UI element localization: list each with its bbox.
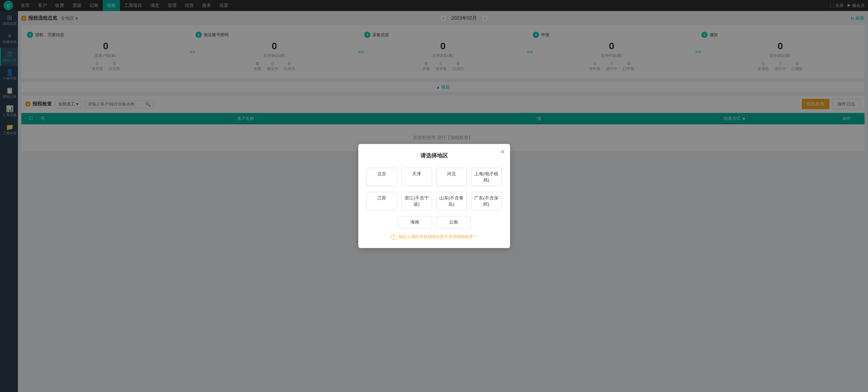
- region-btn-山东(不含青岛)[interactable]: 山东(不含青岛): [436, 192, 467, 210]
- region-btn-天津[interactable]: 天津: [401, 168, 432, 186]
- region-dialog: ✕ 请选择地区 北京天津河北上海(电子税局) 江苏浙江(不含宁波)山东(不含青岛…: [358, 144, 510, 248]
- region-btn-河北[interactable]: 河北: [436, 168, 467, 186]
- region-grid-row2: 江苏浙江(不含宁波)山东(不含青岛)广东(不含深圳): [367, 192, 502, 210]
- dialog-close-btn[interactable]: ✕: [500, 148, 505, 156]
- dialog-overlay[interactable]: ✕ 请选择地区 北京天津河北上海(电子税局) 江苏浙江(不含宁波)山东(不含青岛…: [0, 0, 868, 392]
- region-btn-浙江(不含宁波)[interactable]: 浙江(不含宁波): [401, 192, 432, 210]
- region-btn-广东(不含深圳)[interactable]: 广东(不含深圳): [471, 192, 502, 210]
- region-btn-北京[interactable]: 北京: [367, 168, 397, 186]
- region-btn-海南[interactable]: 海南: [398, 216, 432, 228]
- region-grid-row1: 北京天津河北上海(电子税局): [367, 168, 502, 186]
- region-btn-上海(电子税局)[interactable]: 上海(电子税局): [471, 168, 502, 186]
- dialog-warning: ! 除以上地区外其他地区暂不支持报税检查！: [367, 234, 502, 240]
- dialog-title: 请选择地区: [367, 152, 502, 159]
- region-btn-江苏[interactable]: 江苏: [367, 192, 397, 210]
- region-btn-云南[interactable]: 云南: [436, 216, 471, 228]
- warning-icon: !: [391, 234, 397, 240]
- region-row3: 海南云南: [367, 216, 502, 228]
